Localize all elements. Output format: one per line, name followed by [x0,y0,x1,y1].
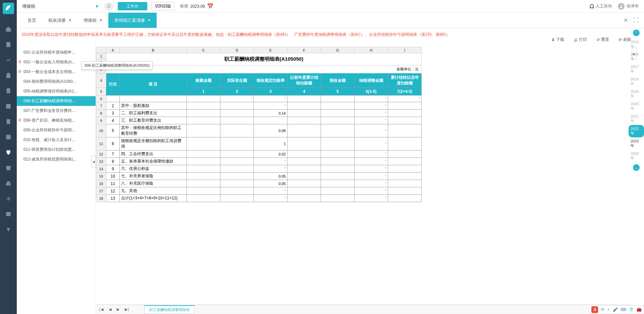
data-cell[interactable] [187,180,220,187]
sheet-nav-last[interactable]: ▶∣ [122,307,132,312]
item-name-cell[interactable]: 其中：按税收规定比例扣除的职工教育经费 [120,124,187,137]
data-cell[interactable] [287,173,321,180]
data-cell[interactable] [321,137,355,150]
data-cell[interactable] [321,117,355,124]
line-num-cell[interactable]: 5 [106,124,120,137]
form-item-3[interactable]: 004-期间费用明细表(A1040... [17,77,96,86]
data-cell[interactable] [187,158,220,165]
form-item-9[interactable]: 010-免税、减计收入及加计... [17,135,96,145]
line-num-cell[interactable]: 6 [106,137,120,150]
data-cell[interactable]: 1 [254,137,287,150]
data-cell[interactable] [388,180,422,187]
data-cell[interactable] [321,124,355,137]
row-header[interactable]: 16 [96,180,106,187]
expand-icon[interactable]: ⛶ [633,17,639,23]
sheet-nav-first[interactable]: ∣◀ [96,307,106,312]
ime-keyboard-icon[interactable]: ⌨ [621,307,626,312]
item-name-cell[interactable]: 三、职工教育经费支出 [120,117,187,124]
year-down-icon[interactable]: ⌄ [633,164,640,171]
line-num-cell[interactable]: 7 [106,150,120,158]
tab-3[interactable]: 所得税汇算清缴✕ [108,13,157,28]
calendar-icon[interactable]: 📅 [207,3,214,9]
consult-link[interactable]: 🎧人工咨询 [589,3,612,9]
data-cell[interactable] [355,137,388,150]
data-cell[interactable] [220,195,254,202]
sheet-nav-next[interactable]: ▶ [114,307,122,312]
collapse-left-icon[interactable]: ◀ [91,155,96,168]
form-item-10[interactable]: 011-研发费用加计扣除优惠... [17,145,96,154]
data-cell[interactable] [355,180,388,187]
data-cell[interactable] [220,137,254,150]
line-num-cell[interactable] [106,96,120,102]
data-cell[interactable] [355,173,388,180]
close-icon[interactable]: ✕ [99,18,102,22]
data-cell[interactable] [355,96,388,102]
data-cell[interactable] [355,195,388,202]
data-cell[interactable] [187,96,220,102]
line-num-cell[interactable]: 4 [106,117,120,124]
col-header[interactable]: A [106,47,120,53]
data-cell[interactable] [220,158,254,165]
col-header[interactable]: F [287,47,321,53]
data-cell[interactable] [187,165,220,173]
item-name-cell[interactable]: 按税收规定全额扣除的职工培训费用 [120,137,187,150]
data-cell[interactable] [187,124,220,137]
nav-bag-icon[interactable] [3,70,14,81]
sheet-scroll[interactable]: ABCDEFGHI1职工薪酬纳税调整明细表(A105050)23金额单位：元4行… [96,47,631,314]
user-menu[interactable]: 徐泽华 [618,3,639,10]
data-cell[interactable] [220,110,254,117]
data-cell[interactable] [220,187,254,195]
data-cell[interactable] [388,150,422,158]
close-icon[interactable]: ✕ [68,18,71,22]
row-header[interactable]: 11 [96,137,106,150]
line-num-cell[interactable]: 10 [106,173,120,180]
tab-1[interactable]: 税表清册✕ [42,13,77,28]
row-header[interactable]: 13 [96,158,106,165]
data-cell[interactable] [321,158,355,165]
data-cell[interactable] [321,195,355,202]
year-2016年[interactable]: 2016年 [629,51,644,63]
data-cell[interactable]: 0.02 [254,150,287,158]
nav-inbox-icon[interactable] [3,178,14,189]
ime-tool-icon[interactable]: 🧰 [637,307,642,312]
line-num-cell[interactable]: 12 [106,187,120,195]
data-cell[interactable] [187,137,220,150]
line-num-cell[interactable]: 13 [106,195,120,202]
nav-report-icon[interactable] [3,101,14,112]
close-icon[interactable]: ✕ [148,18,151,22]
data-cell[interactable] [187,173,220,180]
data-cell[interactable] [388,102,422,110]
data-cell[interactable] [355,150,388,158]
data-cell[interactable]: 0.08 [254,124,287,137]
data-cell[interactable] [355,110,388,117]
data-cell[interactable] [388,96,422,102]
year-2024年[interactable]: 2024年 [629,150,644,162]
nav-tax-icon[interactable] [3,147,14,158]
row-header[interactable]: 12 [96,150,106,158]
row-header[interactable]: 7 [96,102,106,110]
year-2019年[interactable]: 2019年 [629,88,644,100]
data-cell[interactable] [220,124,254,137]
nav-template-icon[interactable] [3,116,14,127]
tab-0[interactable]: 首页 [21,13,42,28]
data-cell[interactable] [388,117,422,124]
ime-punct-icon[interactable]: •, [607,307,610,312]
year-2018年[interactable]: 2018年 [629,75,644,88]
row-header[interactable]: 15 [96,173,106,180]
data-cell[interactable] [321,165,355,173]
data-cell[interactable] [355,117,388,124]
data-cell[interactable] [321,173,355,180]
line-num-cell[interactable]: 3 [106,110,120,117]
data-cell[interactable] [355,187,388,195]
item-name-cell[interactable]: 七、补充养老保险 [120,173,187,180]
data-cell[interactable] [287,180,321,187]
app-logo[interactable] [3,3,14,14]
form-item-0[interactable]: 001-企业所得税年度纳税申... [17,48,96,57]
data-cell[interactable] [254,165,287,173]
year-2020年[interactable]: 2020年 [629,100,644,113]
form-item-6[interactable]: 007-广告费和业务宣传费跨... [17,106,96,116]
data-cell[interactable] [287,137,321,150]
data-cell[interactable] [287,110,321,117]
data-cell[interactable] [220,150,254,158]
data-cell[interactable] [187,150,220,158]
